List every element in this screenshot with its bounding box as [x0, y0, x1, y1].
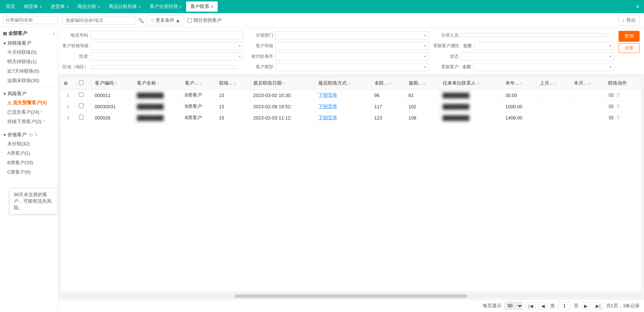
row-checkbox[interactable] — [79, 104, 84, 108]
close-product-analysis-list-tab[interactable]: × — [138, 4, 141, 9]
page-size-select[interactable]: 50 100 200 — [504, 302, 523, 310]
col-contact-person[interactable]: 往来单位联系人 — [439, 77, 502, 90]
sidebar-item-b-class[interactable]: B类客户(33) — [0, 158, 58, 167]
close-product-analysis-tab[interactable]: × — [98, 4, 100, 9]
contact-action-icon[interactable]: ☎ — [608, 92, 614, 98]
col-unlisted[interactable]: 未联... — [371, 77, 405, 90]
action-buttons[interactable]: ☎ ⠿ — [605, 112, 641, 123]
sidebar-item-today[interactable]: 今天待联络(0) — [0, 48, 58, 57]
settings-btn[interactable]: 设置 — [619, 43, 640, 53]
prev-page-btn[interactable]: ◀ — [539, 302, 547, 310]
row-checkbox-cell[interactable] — [76, 112, 92, 123]
more-action-icon[interactable]: ⠿ — [616, 115, 620, 121]
tab-customer-tier[interactable]: 客户分层经营 × — [145, 1, 186, 12]
row-checkbox[interactable] — [79, 115, 84, 119]
contact-person: ████████ — [439, 112, 502, 123]
customer-type-label: 客户类型 — [248, 64, 273, 70]
main-search-icon[interactable]: 🔍 — [138, 18, 144, 23]
value-section-title[interactable]: ▼ 价值客户 ↻ ✎ — [0, 130, 58, 139]
tab-product-analysis-list[interactable]: 商品分析列表 × — [104, 1, 145, 12]
sidebar-item-churn-warning[interactable]: ⚠ 流失预警客户(3) — [0, 98, 58, 108]
last-page-btn[interactable]: ▶| — [593, 302, 603, 310]
col-code[interactable]: 客户编码 — [92, 77, 134, 90]
manager-select[interactable] — [461, 33, 607, 37]
collapse-sidebar-icon[interactable]: « — [53, 31, 55, 36]
last-contact-method[interactable]: 下销货单 — [315, 90, 371, 101]
close-purchase-tab[interactable]: × — [66, 4, 68, 9]
query-btn[interactable]: 查询 — [619, 31, 640, 42]
customer-type-select[interactable]: ▾ — [275, 63, 429, 71]
last-contact-method[interactable]: 下销货单 — [315, 101, 371, 112]
col-this-month[interactable]: 本月... — [571, 77, 605, 90]
all-customers-group[interactable]: ⊞ 全部客户 « — [0, 27, 58, 38]
churn-section-title[interactable]: ▼ 风险客户 — [0, 89, 58, 98]
close-sales-tab[interactable]: × — [40, 4, 42, 9]
more-action-icon[interactable]: ⠿ — [616, 92, 620, 98]
close-customer-contact-tab[interactable]: × — [211, 4, 213, 9]
row-checkbox[interactable] — [79, 92, 84, 97]
sidebar-item-ungrouped[interactable]: 未分组(32) — [0, 139, 58, 149]
col-last-month[interactable]: 上月... — [536, 77, 571, 90]
col-this-year[interactable]: 本年... — [502, 77, 536, 90]
zero-attr-select[interactable]: ▾ — [474, 42, 614, 50]
col-name[interactable]: 客户名称 — [134, 77, 182, 90]
sidebar-search-input[interactable] — [3, 16, 58, 24]
col-overdue[interactable]: 逾期... — [405, 77, 439, 90]
select-all-checkbox[interactable] — [79, 80, 84, 85]
sidebar-item-c-class[interactable]: C类客户(6) — [0, 167, 58, 177]
action-buttons[interactable]: ☎ ⠿ — [605, 101, 641, 112]
sidebar-item-lost[interactable]: 已流失客户(24) ? — [0, 108, 58, 117]
sidebar-item-tomorrow[interactable]: 明天待联络(1) — [0, 57, 58, 66]
tab-customer-contact[interactable]: 客户联系 × — [186, 1, 217, 12]
my-customers-checkbox-label[interactable]: 我分管的客户 — [187, 17, 222, 24]
col-type[interactable]: 客户... — [182, 77, 216, 90]
status-select[interactable]: ▾ — [461, 52, 614, 61]
region-label: 区域（地区） — [63, 64, 89, 70]
row-checkbox-cell[interactable] — [76, 101, 92, 112]
edit-icon[interactable]: ✎ — [34, 132, 38, 138]
sidebar-item-a-class[interactable]: A类客户(1) — [0, 149, 58, 158]
status-label: 状态 — [433, 53, 459, 60]
first-page-btn[interactable]: |◀ — [526, 302, 536, 310]
tab-purchase[interactable]: 进货单 × — [46, 1, 73, 12]
tab-product-analysis[interactable]: 商品分析 × — [73, 1, 104, 12]
more-conditions-btn[interactable]: ▽ 更多条件 ▲ — [147, 15, 184, 25]
horizontal-scrollbar[interactable] — [60, 294, 642, 298]
phone-input[interactable] — [90, 31, 243, 40]
zero-customer-select[interactable]: ▾ — [473, 63, 614, 71]
main-search-input[interactable] — [63, 16, 135, 25]
col-settings[interactable]: ⚙ — [61, 77, 76, 90]
refresh-icon[interactable]: ↻ — [29, 132, 33, 138]
col-last-date[interactable]: 最后联络日期 — [250, 77, 315, 90]
my-customers-checkbox[interactable] — [187, 18, 192, 23]
last-contact-method[interactable]: 下销货单 — [315, 112, 371, 123]
next-page-btn[interactable]: ▶ — [581, 302, 590, 310]
customer-level-select[interactable]: ▾ — [275, 42, 429, 50]
sidebar-item-7days[interactable]: 近7天待联络(0) — [0, 66, 58, 76]
price-level-select[interactable]: ▾ — [91, 42, 243, 50]
contact-action-icon[interactable]: ☎ — [608, 115, 614, 121]
gender-select[interactable]: ▾ — [90, 52, 243, 61]
region-more-icon[interactable]: … — [239, 64, 243, 70]
close-all-tabs[interactable]: ✕ — [633, 3, 643, 11]
dept-select[interactable]: ▾ — [275, 31, 429, 40]
sidebar-item-overdue[interactable]: 迫期未联络(30) — [0, 76, 58, 85]
export-btn[interactable]: ↑ 导出 — [619, 15, 640, 25]
sidebar-item-declining[interactable]: 持续下滑客户(2) ? — [0, 117, 58, 126]
manager-more-icon[interactable]: … — [609, 33, 614, 38]
row-checkbox-cell[interactable] — [76, 90, 92, 101]
col-contact[interactable]: 联络... — [216, 77, 250, 90]
tab-sales[interactable]: 销货单 × — [20, 1, 46, 12]
close-customer-tier-tab[interactable]: × — [180, 4, 182, 9]
page-number-input[interactable] — [558, 302, 571, 309]
region-select[interactable] — [91, 65, 237, 69]
col-checkbox[interactable] — [76, 77, 92, 90]
scrollbar-thumb[interactable] — [235, 294, 467, 298]
more-action-icon[interactable]: ⠿ — [616, 104, 620, 109]
payment-select[interactable]: ▾ — [275, 52, 429, 61]
contact-action-icon[interactable]: ☎ — [608, 104, 614, 109]
pending-section-title[interactable]: ▼ 待联络客户 — [0, 38, 58, 48]
col-last-method[interactable]: 最后联络方式 — [315, 77, 371, 90]
action-buttons[interactable]: ☎ ⠿ — [605, 90, 641, 101]
tab-home[interactable]: 首页 — [1, 1, 20, 12]
